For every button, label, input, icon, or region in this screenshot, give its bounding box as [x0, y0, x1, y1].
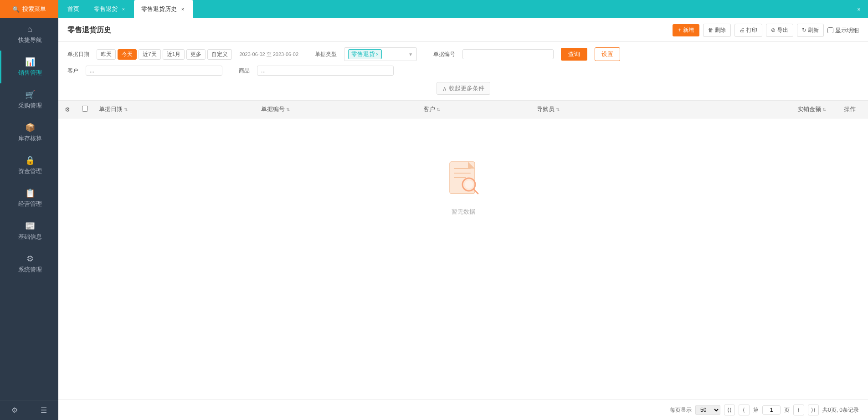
clipboard-icon: 📋: [25, 188, 35, 198]
filter-area: 单据日期 昨天 今天 近7天 近1月 更多 自定义 2023-06-02 至 2…: [58, 42, 868, 101]
goods-label: 商品: [239, 67, 250, 75]
tab-retail-return[interactable]: 零售退货 ×: [87, 0, 134, 18]
doc-number-input[interactable]: [462, 49, 554, 59]
col-guide: 导购员 ⇅: [531, 101, 669, 118]
tab-retail-return-history[interactable]: 零售退货历史 ×: [134, 0, 193, 18]
settings-button[interactable]: 设置: [595, 47, 620, 61]
search-menu-label: 搜索菜单: [22, 5, 46, 13]
home-icon: ⌂: [27, 25, 32, 34]
add-button[interactable]: + 新增: [673, 24, 699, 36]
col-ops: 操作: [832, 101, 868, 118]
settings-col-icon[interactable]: ⚙: [65, 106, 70, 113]
page-word: 第: [753, 406, 759, 414]
sidebar-item-label: 资金管理: [18, 167, 42, 175]
date-btn-today[interactable]: 今天: [118, 49, 137, 60]
type-filter-label: 单据类型: [315, 51, 337, 58]
customer-input[interactable]: [86, 66, 222, 76]
search-icon: 🔍: [12, 6, 20, 13]
first-page-button[interactable]: ⟨⟨: [724, 405, 735, 415]
date-filter-label: 单据日期: [67, 51, 89, 58]
box-icon: 📦: [25, 123, 35, 133]
newspaper-icon: 📰: [25, 221, 35, 231]
sidebar-item-finance[interactable]: 🔒 资金管理: [0, 149, 58, 182]
next-page-button[interactable]: ⟩: [793, 405, 804, 415]
print-button[interactable]: 🖨 打印: [734, 24, 762, 37]
col-doc-date: 单据日期 ⇅: [93, 101, 256, 118]
main-layout: ⌂ 快捷导航 📊 销售管理 🛒 采购管理 📦 库存核算 🔒 资金管理 📋 经营管…: [0, 18, 868, 420]
sidebar-item-purchase-mgmt[interactable]: 🛒 采购管理: [0, 83, 58, 116]
sidebar-item-basic-info[interactable]: 📰 基础信息: [0, 215, 58, 247]
query-button[interactable]: 查询: [561, 48, 587, 61]
cart-icon: 🛒: [25, 90, 35, 100]
sidebar-item-label: 系统管理: [18, 266, 42, 274]
pagination-bar: 每页显示 50 10 20 100 ⟨⟨ ⟨ 第 1 页 ⟩ ⟩⟩ 共0页, 0…: [58, 400, 868, 420]
search-menu-button[interactable]: 🔍 搜索菜单: [0, 0, 58, 18]
sidebar-item-label: 销售管理: [18, 69, 42, 77]
sidebar-item-quick-nav[interactable]: ⌂ 快捷导航: [0, 18, 58, 51]
tab-bar: 首页 零售退货 × 零售退货历史 ×: [58, 0, 850, 18]
content-area: 零售退货历史 + 新增 🗑 删除 🖨 打印 ⊘ 导出 ↻ 刷新 显示明细: [58, 18, 868, 420]
col-customer: 客户 ⇅: [418, 101, 532, 118]
lock-icon: 🔒: [25, 155, 35, 165]
date-btn-more[interactable]: 更多: [186, 49, 205, 60]
date-btn-custom[interactable]: 自定义: [207, 49, 232, 60]
goods-input[interactable]: [257, 66, 394, 76]
dropdown-arrow: ▼: [408, 52, 413, 57]
sort-icon-guide[interactable]: ⇅: [556, 107, 560, 112]
sidebar-item-inventory[interactable]: 📦 库存核算: [0, 116, 58, 149]
empty-state: 暂无数据: [58, 118, 868, 252]
type-select[interactable]: 零售退货 × ▼: [344, 47, 417, 61]
date-btn-7days[interactable]: 近7天: [139, 49, 161, 60]
date-filter-buttons: 昨天 今天 近7天 近1月 更多 自定义: [97, 49, 232, 60]
tab-retail-return-close[interactable]: ×: [120, 6, 127, 12]
show-detail-checkbox[interactable]: [827, 27, 833, 33]
doc-number-label: 单据编号: [433, 51, 455, 58]
sidebar-item-operation[interactable]: 📋 经营管理: [0, 182, 58, 215]
current-page-input[interactable]: 1: [762, 405, 781, 415]
chart-icon: 📊: [25, 57, 35, 67]
sidebar-item-label: 库存核算: [18, 134, 42, 143]
table-body: 暂无数据: [58, 118, 868, 253]
delete-button[interactable]: 🗑 删除: [703, 24, 731, 37]
close-icon: ×: [857, 6, 861, 13]
sort-icon-customer[interactable]: ⇅: [437, 107, 440, 112]
per-page-select[interactable]: 50 10 20 100: [695, 405, 720, 415]
window-close-button[interactable]: ×: [850, 6, 868, 13]
type-tag: 零售退货 ×: [348, 49, 382, 59]
col-settings: ⚙: [58, 101, 77, 118]
sidebar-bottom: ⚙ ☰: [0, 400, 58, 420]
toolbar-actions: + 新增 🗑 删除 🖨 打印 ⊘ 导出 ↻ 刷新 显示明细: [673, 24, 859, 37]
sidebar-item-sales-mgmt[interactable]: 📊 销售管理: [0, 51, 58, 83]
sort-icon-docno[interactable]: ⇅: [286, 107, 290, 112]
select-all-checkbox[interactable]: [82, 106, 88, 112]
last-page-button[interactable]: ⟩⟩: [808, 405, 819, 415]
type-tag-close[interactable]: ×: [376, 52, 379, 57]
export-button[interactable]: ⊘ 导出: [766, 24, 793, 37]
date-btn-1month[interactable]: 近1月: [163, 49, 185, 60]
date-btn-yesterday[interactable]: 昨天: [97, 49, 116, 60]
date-range-display: 2023-06-02 至 2023-06-02: [239, 51, 298, 58]
sort-icon-amount[interactable]: ⇅: [822, 107, 826, 112]
sidebar-item-system[interactable]: ⚙ 系统管理: [0, 247, 58, 280]
prev-page-button[interactable]: ⟨: [739, 405, 750, 415]
tab-home[interactable]: 首页: [60, 0, 87, 18]
data-table: ⚙ 单据日期 ⇅ 单据编号: [58, 101, 868, 252]
col-amount: 实销金额 ⇅: [669, 101, 832, 118]
refresh-button[interactable]: ↻ 刷新: [797, 24, 824, 37]
chevron-up-icon: ∧: [442, 85, 447, 92]
total-info: 共0页, 0条记录: [822, 406, 859, 414]
sidebar-item-label: 基础信息: [18, 233, 42, 241]
sort-icon-date[interactable]: ⇅: [124, 107, 128, 112]
page-header: 零售退货历史 + 新增 🗑 删除 🖨 打印 ⊘ 导出 ↻ 刷新 显示明细: [58, 18, 868, 42]
settings-icon[interactable]: ⚙: [11, 406, 18, 415]
empty-text: 暂无数据: [452, 208, 475, 216]
filter-row-2: 客户 商品: [67, 66, 859, 76]
tab-retail-return-history-close[interactable]: ×: [180, 6, 186, 12]
filter-row-1: 单据日期 昨天 今天 近7天 近1月 更多 自定义 2023-06-02 至 2…: [67, 47, 859, 61]
empty-state-cell: 暂无数据: [58, 118, 868, 253]
collapse-button[interactable]: ∧ 收起更多条件: [437, 82, 490, 95]
empty-illustration: [441, 155, 486, 200]
page-label: 页: [784, 406, 790, 414]
show-detail-label: 显示明细: [835, 26, 859, 35]
menu-icon[interactable]: ☰: [41, 406, 47, 415]
